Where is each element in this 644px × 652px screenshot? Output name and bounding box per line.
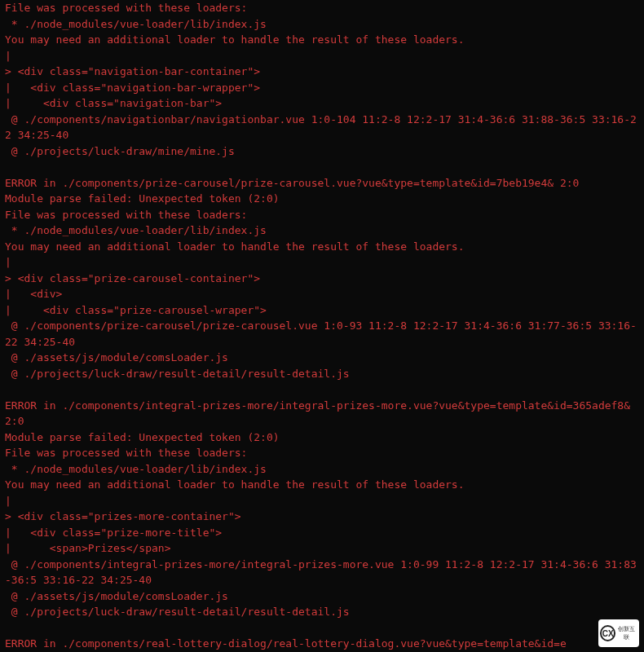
terminal-line bbox=[5, 620, 639, 637]
terminal-line: You may need an additional loader to han… bbox=[5, 477, 639, 493]
terminal-line: ERROR in ./components/integral-prizes-mo… bbox=[5, 398, 639, 430]
terminal-line: @ ./projects/luck-draw/result-detail/res… bbox=[5, 604, 639, 620]
terminal-line: > <div class="prizes-more-container"> bbox=[5, 509, 639, 525]
terminal-line bbox=[5, 159, 639, 175]
terminal-line: | bbox=[5, 48, 639, 64]
terminal-line: | <div class="navigation-bar"> bbox=[5, 95, 639, 112]
terminal-line: @ ./projects/luck-draw/mine/mine.js bbox=[5, 143, 639, 160]
terminal-line: @ ./components/navigationbar/navigationb… bbox=[5, 112, 639, 143]
terminal-line: | <span>Prizes</span> bbox=[5, 540, 639, 557]
terminal-line: | <div class="prize-carousel-wraper"> bbox=[5, 302, 639, 319]
terminal-line: > <div class="navigation-bar-container"> bbox=[5, 64, 639, 80]
terminal-line: * ./node_modules/vue-loader/lib/index.js bbox=[5, 461, 639, 478]
watermark-logo-text: CX bbox=[602, 628, 614, 640]
terminal-line: You may need an additional loader to han… bbox=[5, 239, 639, 255]
terminal-line: | bbox=[5, 254, 639, 271]
terminal-line: ERROR in ./components/prize-carousel/pri… bbox=[5, 175, 639, 192]
terminal-line: > <div class="prize-carousel-container"> bbox=[5, 271, 639, 287]
terminal-line: * ./node_modules/vue-loader/lib/index.js bbox=[5, 16, 639, 33]
terminal-output: File was processed with these loaders: *… bbox=[0, 0, 644, 652]
terminal-line: @ ./projects/luck-draw/result-detail/res… bbox=[5, 366, 639, 382]
watermark-label: 创新互联 bbox=[615, 625, 637, 642]
terminal-line: | <div class="prize-more-title"> bbox=[5, 525, 639, 541]
terminal-line: @ ./components/prize-carousel/prize-caro… bbox=[5, 318, 639, 350]
terminal-line: You may need an additional loader to han… bbox=[5, 32, 639, 48]
terminal-line bbox=[5, 381, 639, 398]
terminal-line: Module parse failed: Unexpected token (2… bbox=[5, 430, 639, 446]
terminal-line: ERROR in ./components/real-lottery-dialo… bbox=[5, 636, 639, 652]
terminal-line: File was processed with these loaders: bbox=[5, 445, 639, 461]
terminal-line: | <div class="navigation-bar-wrapper"> bbox=[5, 80, 639, 96]
terminal-line: Module parse failed: Unexpected token (2… bbox=[5, 191, 639, 207]
terminal-line: * ./node_modules/vue-loader/lib/index.js bbox=[5, 222, 639, 239]
terminal-line: | <div> bbox=[5, 286, 639, 302]
terminal-line: File was processed with these loaders: bbox=[5, 0, 639, 16]
terminal-line: @ ./assets/js/module/comsLoader.js bbox=[5, 588, 639, 605]
terminal-line: | bbox=[5, 493, 639, 509]
watermark-logo: CX bbox=[600, 625, 615, 641]
terminal-line: File was processed with these loaders: bbox=[5, 207, 639, 223]
terminal-line: @ ./assets/js/module/comsLoader.js bbox=[5, 350, 639, 366]
terminal-line: @ ./components/integral-prizes-more/inte… bbox=[5, 557, 639, 588]
watermark-badge: CX 创新互联 bbox=[598, 619, 639, 647]
